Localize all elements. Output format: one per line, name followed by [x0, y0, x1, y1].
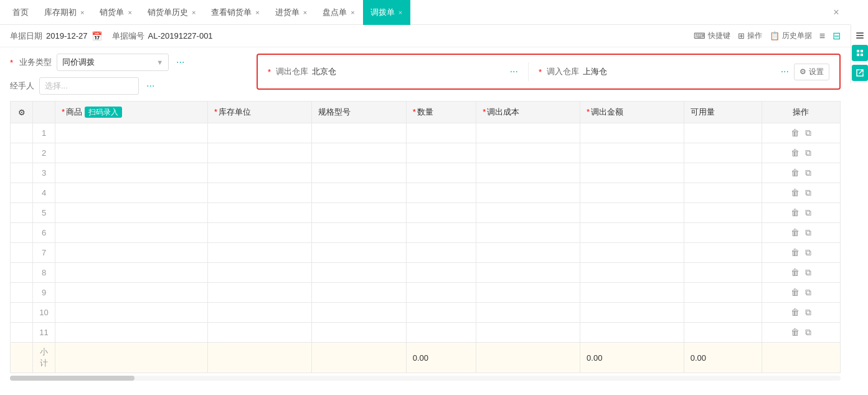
row-6-transfer-amount[interactable]	[580, 223, 684, 243]
row-3-available[interactable]	[684, 163, 762, 183]
tab-close-purchase-order[interactable]: ×	[303, 9, 307, 16]
col-gear-header[interactable]: ⚙	[11, 102, 33, 123]
sidebar-list-icon[interactable]	[852, 27, 868, 44]
row-1-product[interactable]	[55, 123, 208, 143]
row-9-spec[interactable]	[311, 283, 406, 303]
row-3-unit[interactable]	[208, 163, 312, 183]
row-7-transfer-amount[interactable]	[580, 243, 684, 263]
horizontal-scrollbar[interactable]	[10, 376, 841, 381]
row-8-spec[interactable]	[311, 263, 406, 283]
row-10-quantity[interactable]	[406, 303, 476, 323]
row-4-transfer-cost[interactable]	[476, 183, 580, 203]
row-7-available[interactable]	[684, 243, 762, 263]
row-3-spec[interactable]	[311, 163, 406, 183]
shortcut-button[interactable]: ⌨ 快捷键	[694, 31, 730, 41]
row-9-transfer-cost[interactable]	[476, 283, 580, 303]
row-6-spec[interactable]	[311, 223, 406, 243]
row-9-available[interactable]	[684, 283, 762, 303]
row-6-delete-icon[interactable]: 🗑	[791, 227, 800, 237]
settings-button[interactable]: ⚙ 设置	[794, 64, 829, 80]
row-11-delete-icon[interactable]: 🗑	[791, 327, 800, 337]
row-9-product[interactable]	[55, 283, 208, 303]
row-3-delete-icon[interactable]: 🗑	[791, 168, 800, 178]
row-2-unit[interactable]	[208, 143, 312, 163]
tab-close-inventory-init[interactable]: ×	[80, 9, 84, 16]
row-4-available[interactable]	[684, 183, 762, 203]
row-1-spec[interactable]	[311, 123, 406, 143]
row-8-quantity[interactable]	[406, 263, 476, 283]
row-10-delete-icon[interactable]: 🗑	[791, 307, 800, 317]
row-11-quantity[interactable]	[406, 323, 476, 343]
warehouse-in-more[interactable]: ···	[781, 66, 789, 77]
row-10-available[interactable]	[684, 303, 762, 323]
row-3-quantity[interactable]	[406, 163, 476, 183]
row-6-available[interactable]	[684, 223, 762, 243]
row-11-transfer-amount[interactable]	[580, 323, 684, 343]
tab-purchase-order[interactable]: 进货单 ×	[268, 0, 315, 25]
row-1-transfer-cost[interactable]	[476, 123, 580, 143]
row-8-product[interactable]	[55, 263, 208, 283]
row-10-transfer-cost[interactable]	[476, 303, 580, 323]
row-7-copy-icon[interactable]: ⧉	[805, 247, 811, 257]
row-6-unit[interactable]	[208, 223, 312, 243]
tab-close-inventory-check[interactable]: ×	[351, 9, 354, 16]
tab-transfer-order[interactable]: 调拨单 ×	[363, 0, 410, 25]
row-7-delete-icon[interactable]: 🗑	[791, 247, 800, 257]
row-6-copy-icon[interactable]: ⧉	[805, 227, 811, 237]
row-3-product[interactable]	[55, 163, 208, 183]
warehouse-out-more[interactable]: ···	[510, 66, 518, 77]
handler-input[interactable]: 选择...	[39, 77, 139, 95]
tab-close-sales-order[interactable]: ×	[128, 9, 131, 16]
row-5-transfer-cost[interactable]	[476, 203, 580, 223]
row-11-product[interactable]	[55, 323, 208, 343]
window-close-button[interactable]: ×	[827, 3, 846, 22]
row-5-quantity[interactable]	[406, 203, 476, 223]
row-1-copy-icon[interactable]: ⧉	[805, 128, 811, 138]
row-2-delete-icon[interactable]: 🗑	[791, 148, 800, 158]
row-11-copy-icon[interactable]: ⧉	[805, 327, 811, 337]
sidebar-external-link-icon[interactable]	[852, 65, 868, 81]
row-9-transfer-amount[interactable]	[580, 283, 684, 303]
row-2-available[interactable]	[684, 143, 762, 163]
scan-barcode-button[interactable]: 扫码录入	[85, 107, 122, 118]
row-5-delete-icon[interactable]: 🗑	[791, 207, 800, 217]
row-2-quantity[interactable]	[406, 143, 476, 163]
row-3-transfer-amount[interactable]	[580, 163, 684, 183]
operations-button[interactable]: ⊞ 操作	[738, 31, 762, 41]
row-5-available[interactable]	[684, 203, 762, 223]
row-4-quantity[interactable]	[406, 183, 476, 203]
row-4-unit[interactable]	[208, 183, 312, 203]
row-2-transfer-amount[interactable]	[580, 143, 684, 163]
row-7-spec[interactable]	[311, 243, 406, 263]
tab-sales-order[interactable]: 销货单 ×	[92, 0, 139, 25]
row-2-copy-icon[interactable]: ⧉	[805, 148, 811, 158]
row-1-available[interactable]	[684, 123, 762, 143]
row-9-delete-icon[interactable]: 🗑	[791, 287, 800, 297]
row-7-product[interactable]	[55, 243, 208, 263]
tab-inventory-check[interactable]: 盘点单 ×	[315, 0, 362, 25]
tab-inventory-init[interactable]: 库存期初 ×	[37, 0, 92, 25]
sidebar-expand-icon[interactable]	[852, 45, 868, 61]
view-toggle-grid[interactable]: ⊟	[833, 30, 841, 42]
row-10-product[interactable]	[55, 303, 208, 323]
row-11-spec[interactable]	[311, 323, 406, 343]
tab-close-sales-history[interactable]: ×	[192, 9, 196, 16]
row-2-transfer-cost[interactable]	[476, 143, 580, 163]
row-8-transfer-amount[interactable]	[580, 263, 684, 283]
row-5-product[interactable]	[55, 203, 208, 223]
row-10-spec[interactable]	[311, 303, 406, 323]
row-5-copy-icon[interactable]: ⧉	[805, 207, 811, 217]
business-type-select[interactable]: 同价调拨 ▼	[57, 54, 169, 71]
row-2-product[interactable]	[55, 143, 208, 163]
tab-home[interactable]: 首页	[5, 0, 37, 25]
row-3-transfer-cost[interactable]	[476, 163, 580, 183]
row-10-transfer-amount[interactable]	[580, 303, 684, 323]
row-8-unit[interactable]	[208, 263, 312, 283]
row-7-quantity[interactable]	[406, 243, 476, 263]
row-8-delete-icon[interactable]: 🗑	[791, 267, 800, 277]
row-8-copy-icon[interactable]: ⧉	[805, 267, 811, 277]
tab-view-sales[interactable]: 查看销货单 ×	[204, 0, 267, 25]
row-9-copy-icon[interactable]: ⧉	[805, 287, 811, 297]
row-5-transfer-amount[interactable]	[580, 203, 684, 223]
row-1-transfer-amount[interactable]	[580, 123, 684, 143]
